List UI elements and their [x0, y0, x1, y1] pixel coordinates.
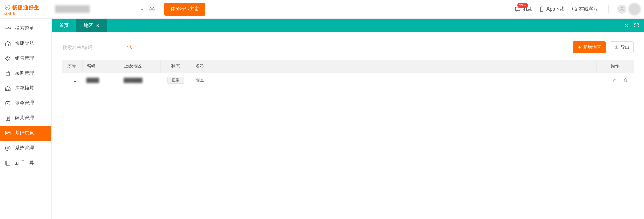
search-input[interactable] — [63, 45, 126, 50]
guide-icon — [5, 160, 11, 166]
sidebar-item-quicknav[interactable]: 快捷导航 — [0, 36, 51, 51]
logo-text: 畅捷通好生 — [12, 5, 39, 11]
company-selector[interactable]: ████████ ▾ — [55, 4, 143, 14]
tab-region[interactable]: 地区 ✕ — [76, 19, 107, 32]
sidebar-item-label: 经营管理 — [15, 115, 34, 121]
cell-parent: ██████ — [120, 73, 160, 88]
svg-point-5 — [621, 7, 623, 9]
avatar-small-icon — [617, 5, 626, 14]
sidebar-item-label: 库存核算 — [15, 85, 34, 91]
edition-label: 标准版 — [4, 12, 39, 16]
sidebar-item-basicinfo[interactable]: 基础信息 — [0, 126, 51, 141]
headset-icon — [571, 6, 577, 12]
sidebar-item-label: 快捷导航 — [15, 40, 34, 46]
plus-icon: ＋ — [577, 44, 582, 50]
cta-button[interactable]: 体验行业方案 — [164, 3, 205, 16]
svg-point-7 — [7, 57, 8, 58]
tab-label: 首页 — [59, 22, 69, 29]
sidebar-item-guide[interactable]: 新手引导 — [0, 156, 51, 171]
table-row: 1 ████ ██████ 正常 地区 — [62, 73, 634, 88]
card-icon — [5, 130, 11, 136]
svg-point-12 — [5, 146, 10, 151]
status-badge: 正常 — [167, 77, 184, 84]
avatar — [628, 3, 641, 15]
fullscreen-button[interactable] — [634, 22, 639, 29]
bag-icon — [5, 70, 11, 76]
sidebar-item-label: 采购管理 — [15, 70, 34, 76]
col-parent: 上级地区 — [120, 60, 160, 73]
logo: 畅捷通好生 标准版 — [0, 2, 43, 16]
svg-rect-4 — [576, 10, 577, 11]
chevron-down-icon: ▾ — [141, 6, 143, 12]
expand-icon — [634, 22, 639, 28]
support-link[interactable]: 在线客服 — [571, 6, 598, 12]
sidebar-item-label: 资金管理 — [15, 100, 34, 106]
col-code: 编码 — [82, 60, 120, 73]
sidebar-item-funds[interactable]: 资金管理 — [0, 96, 51, 111]
sidebar-item-purchase[interactable]: 采购管理 — [0, 66, 51, 81]
edit-button[interactable] — [611, 76, 619, 84]
delete-button[interactable] — [622, 76, 630, 84]
content: ＋ 新增地区 导出 序号 编码 上级地区 状态 名称 操作 — [52, 32, 644, 97]
col-ops: 操作 — [596, 60, 634, 73]
add-region-button[interactable]: ＋ 新增地区 — [573, 41, 606, 53]
sidebar-item-system[interactable]: 系统管理 — [0, 141, 51, 156]
close-icon[interactable]: ✕ — [96, 23, 99, 28]
sidebar-item-label: 新手引导 — [15, 160, 34, 166]
edit-icon — [612, 77, 617, 83]
sidebar-item-search[interactable]: 搜索菜单 — [0, 21, 51, 36]
search-icon[interactable] — [126, 44, 133, 51]
tag-icon — [5, 55, 11, 61]
app-download-label: App下载 — [546, 6, 564, 12]
col-name: 名称 — [191, 60, 596, 73]
tabs-bar: 首页 地区 ✕ — [52, 19, 644, 32]
svg-point-0 — [151, 9, 153, 10]
button-label: 导出 — [621, 44, 629, 50]
logo-icon — [4, 4, 11, 11]
tab-home[interactable]: 首页 — [52, 19, 76, 32]
button-label: 新增地区 — [583, 44, 601, 50]
sidebar-item-label: 搜索菜单 — [15, 25, 34, 31]
cell-name: 地区 — [191, 73, 596, 88]
export-button[interactable]: 导出 — [610, 41, 634, 53]
system-icon — [5, 145, 11, 151]
cell-code: ████ — [82, 73, 120, 88]
svg-rect-3 — [572, 10, 573, 11]
search-menu-icon — [5, 25, 11, 31]
home-icon — [5, 40, 11, 46]
close-icon — [624, 22, 629, 28]
header-links: 99 + 消息 App下载 在线客服 — [515, 3, 641, 15]
messages-link[interactable]: 99 + 消息 — [515, 6, 532, 12]
warehouse-icon — [5, 85, 11, 91]
settings-button[interactable] — [146, 3, 158, 15]
export-icon — [614, 45, 619, 50]
sidebar-item-inventory[interactable]: 库存核算 — [0, 81, 51, 96]
company-name: ████████ — [55, 5, 138, 13]
tab-label: 地区 — [84, 22, 93, 29]
app-header: 畅捷通好生 标准版 ████████ ▾ 体验行业方案 99 + 消息 App下… — [0, 0, 644, 19]
toolbar: ＋ 新增地区 导出 — [62, 41, 634, 53]
svg-rect-14 — [6, 161, 10, 165]
user-menu[interactable] — [617, 3, 641, 15]
sidebar-item-operation[interactable]: 经营管理 — [0, 111, 51, 126]
trash-icon — [623, 77, 628, 83]
main-area: 首页 地区 ✕ — [52, 19, 644, 219]
clipboard-icon — [5, 115, 11, 121]
svg-rect-10 — [5, 131, 10, 135]
svg-point-11 — [6, 133, 7, 134]
search-field[interactable] — [62, 42, 133, 52]
region-table: 序号 编码 上级地区 状态 名称 操作 1 ████ ██████ 正常 — [62, 60, 634, 88]
gear-icon — [149, 6, 155, 12]
phone-icon — [539, 6, 545, 12]
col-seq: 序号 — [62, 60, 82, 73]
divider — [608, 5, 609, 13]
cell-status: 正常 — [160, 73, 191, 88]
sidebar-item-label: 系统管理 — [15, 145, 34, 151]
sidebar-item-label: 销售管理 — [15, 55, 34, 61]
money-icon — [5, 100, 11, 106]
close-all-tabs-button[interactable] — [624, 22, 629, 29]
svg-point-15 — [128, 45, 131, 48]
sidebar-item-sales[interactable]: 销售管理 — [0, 51, 51, 66]
app-download-link[interactable]: App下载 — [539, 6, 564, 12]
sidebar-item-label: 基础信息 — [15, 130, 34, 136]
